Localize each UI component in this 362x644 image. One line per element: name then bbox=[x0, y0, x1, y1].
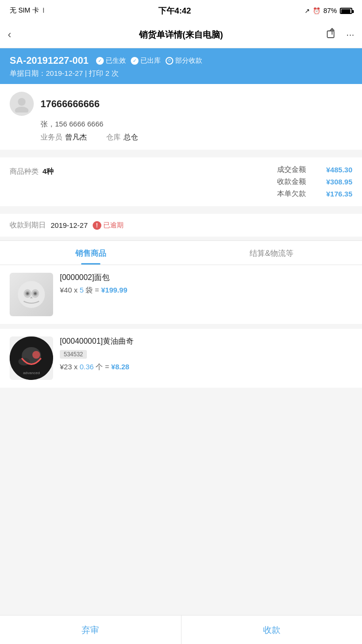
tab-sales[interactable]: 销售商品 bbox=[0, 241, 181, 265]
back-button[interactable]: ‹ bbox=[4, 25, 15, 45]
customer-card: 17666666666 张，156 6666 6666 业务员 曾凡杰 仓库 总… bbox=[0, 84, 362, 150]
svg-text:advanced: advanced bbox=[23, 371, 40, 375]
status-badge-partial: ⏱ 部分收款 bbox=[166, 56, 202, 65]
received-value: ¥308.95 bbox=[314, 178, 352, 186]
product-tag-2: 534532 bbox=[60, 350, 87, 359]
cancel-review-button[interactable]: 弃审 bbox=[0, 616, 181, 644]
svg-rect-0 bbox=[327, 31, 334, 38]
status-badge-shipped: ✓ 已出库 bbox=[131, 56, 161, 65]
customer-row: 17666666666 bbox=[10, 92, 352, 116]
received-row: 收款金额 ¥308.95 bbox=[277, 177, 352, 186]
summary-card: 商品种类 4种 成交金额 ¥485.30 收款金额 ¥308.95 本单欠款 ¥… bbox=[0, 157, 362, 206]
category-count: 4种 bbox=[42, 167, 54, 176]
svg-point-3 bbox=[15, 107, 28, 112]
product-image-2: advanced bbox=[10, 336, 53, 380]
due-date-value: 2019-12-27 bbox=[51, 221, 88, 229]
alarm-icon: ⏰ bbox=[313, 7, 320, 14]
deal-amount-label: 成交金额 bbox=[277, 165, 306, 174]
receive-button[interactable]: 收款 bbox=[181, 616, 362, 644]
product-info-1: [0000002]面包 ¥40 x 5 袋 = ¥199.99 bbox=[60, 273, 352, 295]
bottom-spacer bbox=[0, 389, 362, 427]
nav-bar: ‹ 销货单详情(来自电脑) ··· bbox=[0, 21, 362, 48]
product-info-2: [000400001]黄油曲奇 534532 ¥23 x 0.36 个 = ¥8… bbox=[60, 336, 352, 372]
customer-details: 张，156 6666 6666 业务员 曾凡杰 仓库 总仓 bbox=[10, 120, 352, 142]
product-item-1: [0000002]面包 ¥40 x 5 袋 = ¥199.99 bbox=[0, 265, 362, 324]
due-label: 收款到期日 bbox=[10, 221, 46, 230]
battery-percentage: 87% bbox=[323, 7, 337, 14]
product-total-1: ¥199.99 bbox=[101, 286, 127, 294]
status-left: 无 SIM 卡 ⁞ bbox=[10, 6, 44, 15]
products-list: [0000002]面包 ¥40 x 5 袋 = ¥199.99 bbox=[0, 265, 362, 427]
separator-3 bbox=[0, 325, 362, 329]
tabs-container: 销售商品 结算&物流等 bbox=[0, 240, 362, 265]
separator-2 bbox=[0, 210, 362, 214]
category-label: 商品种类 bbox=[10, 167, 39, 176]
svg-point-2 bbox=[18, 98, 26, 106]
more-button[interactable]: ··· bbox=[346, 29, 354, 40]
page-title: 销货单详情(来自电脑) bbox=[139, 29, 223, 41]
agent-value: 曾凡杰 bbox=[65, 133, 87, 142]
svg-point-10 bbox=[34, 293, 37, 295]
product-image-1 bbox=[10, 273, 53, 316]
deal-amount-row: 成交金额 ¥485.30 bbox=[277, 165, 352, 174]
status-bar: 无 SIM 卡 ⁞ 下午4:42 ↗ ⏰ 87% bbox=[0, 0, 362, 21]
summary-left: 商品种类 4种 bbox=[10, 165, 54, 176]
customer-meta: 业务员 曾凡杰 仓库 总仓 bbox=[41, 133, 352, 142]
warehouse-value: 总仓 bbox=[124, 133, 138, 142]
agent-meta: 业务员 曾凡杰 bbox=[41, 133, 87, 142]
svg-point-4 bbox=[18, 281, 45, 308]
overdue-badge: ! 已逾期 bbox=[93, 221, 124, 230]
order-id-row: SA-20191227-001 ✓ 已生效 ✓ 已出库 ⏱ 部分收款 bbox=[10, 55, 352, 66]
svg-point-15 bbox=[32, 351, 40, 359]
owed-row: 本单欠款 ¥176.35 bbox=[277, 189, 352, 198]
separator-1 bbox=[0, 154, 362, 157]
nav-actions: ··· bbox=[327, 28, 354, 41]
product-placeholder-1 bbox=[10, 273, 53, 316]
product-qty-1: 5 bbox=[80, 286, 84, 294]
order-id: SA-20191227-001 bbox=[10, 55, 88, 66]
agent-label: 业务员 bbox=[41, 133, 62, 142]
received-label: 收款金额 bbox=[277, 177, 306, 186]
check-icon-1: ✓ bbox=[96, 57, 104, 65]
product-price-2: ¥23 x 0.36 个 = ¥8.28 bbox=[60, 363, 352, 372]
deal-amount-value: ¥485.30 bbox=[314, 166, 352, 174]
header-date: 单据日期：2019-12-27 | 打印 2 次 bbox=[10, 69, 352, 78]
product-total-2: ¥8.28 bbox=[111, 363, 129, 371]
warehouse-label: 仓库 bbox=[106, 133, 121, 142]
product-item-2: advanced [000400001]黄油曲奇 534532 ¥23 x 0.… bbox=[0, 329, 362, 388]
tab-settlement[interactable]: 结算&物流等 bbox=[181, 241, 362, 265]
svg-point-9 bbox=[27, 293, 29, 295]
status-badges: ✓ 已生效 ✓ 已出库 ⏱ 部分收款 bbox=[96, 56, 202, 65]
status-time: 下午4:42 bbox=[158, 5, 191, 16]
clock-icon: ⏱ bbox=[166, 57, 173, 65]
warehouse-meta: 仓库 总仓 bbox=[106, 133, 138, 142]
product-qty-2: 0.36 bbox=[80, 363, 94, 371]
tab-underline bbox=[81, 263, 100, 265]
product-name-1: [0000002]面包 bbox=[60, 273, 352, 283]
customer-id: 17666666666 bbox=[41, 98, 99, 110]
product-price-1: ¥40 x 5 袋 = ¥199.99 bbox=[60, 286, 352, 295]
status-badge-effective: ✓ 已生效 bbox=[96, 56, 126, 65]
product-name-2: [000400001]黄油曲奇 bbox=[60, 336, 352, 347]
bottom-bar: 弃审 收款 bbox=[0, 615, 362, 644]
location-icon: ↗ bbox=[305, 7, 310, 14]
avatar bbox=[10, 92, 34, 116]
overdue-text: 已逾期 bbox=[103, 221, 124, 230]
status-right: ↗ ⏰ 87% bbox=[305, 7, 352, 14]
summary-right: 成交金额 ¥485.30 收款金额 ¥308.95 本单欠款 ¥176.35 bbox=[277, 165, 352, 198]
due-card: 收款到期日 2019-12-27 ! 已逾期 bbox=[0, 214, 362, 237]
customer-phone: 张，156 6666 6666 bbox=[41, 120, 352, 129]
share-button[interactable] bbox=[327, 28, 337, 41]
battery-icon bbox=[340, 8, 352, 14]
owed-label: 本单欠款 bbox=[277, 189, 306, 198]
header-banner: SA-20191227-001 ✓ 已生效 ✓ 已出库 ⏱ 部分收款 单据日期：… bbox=[0, 48, 362, 84]
owed-value: ¥176.35 bbox=[314, 190, 352, 198]
overdue-icon: ! bbox=[93, 221, 101, 230]
check-icon-2: ✓ bbox=[131, 57, 139, 65]
tabs: 销售商品 结算&物流等 bbox=[0, 241, 362, 265]
